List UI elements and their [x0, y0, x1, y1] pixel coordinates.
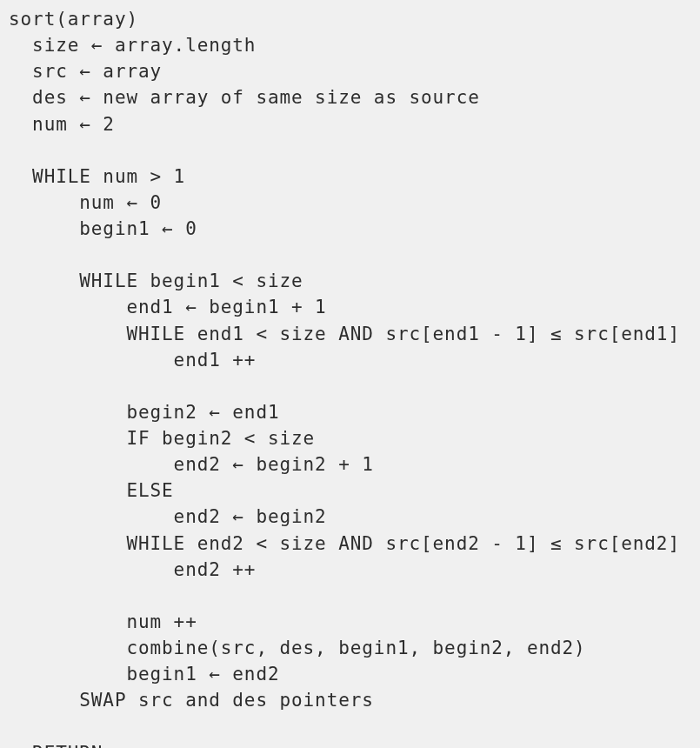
- pseudocode-block: sort(array) size ← array.length src ← ar…: [0, 0, 700, 748]
- pseudocode-text: sort(array) size ← array.length src ← ar…: [9, 9, 680, 748]
